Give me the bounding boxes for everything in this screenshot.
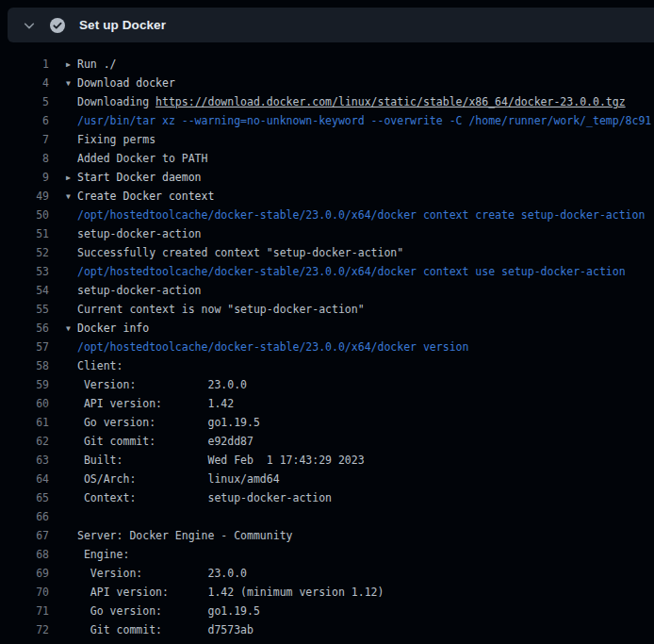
log-line: 51setup-docker-action bbox=[0, 224, 654, 243]
log-line: 58Client: bbox=[0, 356, 654, 375]
line-number[interactable]: 72 bbox=[0, 620, 49, 639]
line-number[interactable]: 1 bbox=[0, 55, 49, 74]
log-line: 62 Git commit: e92dd87 bbox=[0, 432, 654, 451]
line-number[interactable]: 8 bbox=[0, 149, 49, 168]
log-text: Successfully created context "setup-dock… bbox=[66, 243, 403, 262]
log-line: 1▶Run ./ bbox=[0, 55, 654, 74]
line-number[interactable]: 62 bbox=[0, 432, 49, 451]
line-number[interactable]: 7 bbox=[0, 130, 49, 149]
group-title: Create Docker context bbox=[77, 190, 214, 203]
line-number[interactable]: 58 bbox=[0, 356, 49, 375]
log-text: Fixing perms bbox=[66, 130, 155, 149]
log-line: 53/opt/hostedtoolcache/docker-stable/23.… bbox=[0, 262, 654, 281]
triangle-right-icon: ▶ bbox=[66, 169, 77, 188]
triangle-down-icon: ▼ bbox=[66, 188, 77, 206]
log-text: API version: 1.42 (minimum version 1.12) bbox=[66, 583, 384, 602]
group-toggle[interactable]: ▶Run ./ bbox=[66, 55, 117, 74]
collapse-step-button[interactable] bbox=[19, 15, 40, 36]
log-text: Server: Docker Engine - Community bbox=[66, 526, 292, 545]
line-number[interactable]: 53 bbox=[0, 262, 49, 281]
log-text: Added Docker to PATH bbox=[66, 149, 207, 168]
log-text: Git commit: d7573ab bbox=[66, 620, 253, 639]
group-toggle[interactable]: ▼Download docker bbox=[66, 74, 175, 92]
log-line: 72 Git commit: d7573ab bbox=[0, 620, 654, 639]
log-command: /usr/bin/tar xz --warning=no-unknown-key… bbox=[66, 111, 651, 130]
group-toggle[interactable]: ▶Start Docker daemon bbox=[66, 168, 202, 187]
chevron-down-icon bbox=[23, 19, 36, 32]
line-number[interactable]: 65 bbox=[0, 488, 49, 507]
line-number[interactable]: 71 bbox=[0, 602, 49, 620]
log-line: 69 Version: 23.0.0 bbox=[0, 564, 654, 583]
line-number[interactable]: 56 bbox=[0, 319, 49, 338]
log-text: Built: Wed Feb 1 17:43:29 2023 bbox=[66, 451, 365, 470]
group-title: Run ./ bbox=[77, 58, 117, 71]
log-text: Context: setup-docker-action bbox=[66, 488, 332, 507]
step-success-check-icon bbox=[49, 17, 66, 34]
log-line: 59 Version: 23.0.0 bbox=[0, 375, 654, 394]
line-number[interactable]: 68 bbox=[0, 545, 49, 564]
log-line: 8Added Docker to PATH bbox=[0, 149, 654, 168]
group-title: Start Docker daemon bbox=[77, 171, 202, 184]
log-line: 4▼Download docker bbox=[0, 74, 654, 92]
log-text: setup-docker-action bbox=[66, 224, 202, 243]
line-number[interactable]: 59 bbox=[0, 375, 49, 394]
line-number[interactable]: 69 bbox=[0, 564, 49, 583]
line-number[interactable]: 4 bbox=[0, 74, 49, 92]
log-line: 64 OS/Arch: linux/amd64 bbox=[0, 470, 654, 488]
line-number[interactable]: 5 bbox=[0, 92, 49, 111]
line-number[interactable]: 61 bbox=[0, 413, 49, 432]
log-text: Go version: go1.19.5 bbox=[66, 413, 260, 432]
log-text: Client: bbox=[66, 356, 123, 375]
line-number[interactable]: 52 bbox=[0, 243, 49, 262]
line-number[interactable]: 49 bbox=[0, 187, 49, 206]
group-title: Docker info bbox=[77, 322, 149, 335]
line-number[interactable]: 63 bbox=[0, 451, 49, 470]
line-number[interactable]: 6 bbox=[0, 111, 49, 130]
log-link[interactable]: https://download.docker.com/linux/static… bbox=[155, 95, 626, 108]
log-line: 70 API version: 1.42 (minimum version 1.… bbox=[0, 583, 654, 602]
line-number[interactable]: 9 bbox=[0, 168, 49, 187]
log-text: Git commit: e92dd87 bbox=[66, 432, 253, 451]
group-title: Download docker bbox=[77, 76, 175, 90]
line-number[interactable]: 70 bbox=[0, 583, 49, 602]
line-number[interactable]: 66 bbox=[0, 507, 49, 526]
line-number[interactable]: 64 bbox=[0, 470, 49, 488]
log-line: 50/opt/hostedtoolcache/docker-stable/23.… bbox=[0, 206, 654, 224]
log-text bbox=[66, 507, 77, 526]
log-line: 7Fixing perms bbox=[0, 130, 654, 149]
triangle-right-icon: ▶ bbox=[66, 56, 77, 74]
log-line: 54setup-docker-action bbox=[0, 281, 654, 300]
log-line: 57/opt/hostedtoolcache/docker-stable/23.… bbox=[0, 338, 654, 356]
log-line: 9▶Start Docker daemon bbox=[0, 168, 654, 187]
log-line: 61 Go version: go1.19.5 bbox=[0, 413, 654, 432]
log-text: Version: 23.0.0 bbox=[66, 564, 247, 583]
log-viewer: 1▶Run ./4▼Download docker5Downloading ht… bbox=[0, 42, 654, 644]
log-command: /opt/hostedtoolcache/docker-stable/23.0.… bbox=[66, 262, 626, 281]
log-text: setup-docker-action bbox=[66, 281, 202, 300]
log-text: Current context is now "setup-docker-act… bbox=[66, 300, 365, 319]
log-line: 52Successfully created context "setup-do… bbox=[0, 243, 654, 262]
line-number[interactable]: 51 bbox=[0, 224, 49, 243]
triangle-down-icon: ▼ bbox=[66, 74, 77, 93]
group-toggle[interactable]: ▼Create Docker context bbox=[66, 187, 214, 206]
line-number[interactable]: 67 bbox=[0, 526, 49, 545]
log-text: Downloading https://download.docker.com/… bbox=[66, 92, 626, 111]
line-number[interactable]: 60 bbox=[0, 394, 49, 413]
log-line: 6/usr/bin/tar xz --warning=no-unknown-ke… bbox=[0, 111, 654, 130]
log-command: /opt/hostedtoolcache/docker-stable/23.0.… bbox=[66, 206, 645, 224]
log-line: 71 Go version: go1.19.5 bbox=[0, 602, 654, 620]
log-line: 66 bbox=[0, 507, 654, 526]
line-number[interactable]: 57 bbox=[0, 338, 49, 356]
line-number[interactable]: 50 bbox=[0, 206, 49, 224]
log-line: 67Server: Docker Engine - Community bbox=[0, 526, 654, 545]
log-line: 56▼Docker info bbox=[0, 319, 654, 338]
triangle-down-icon: ▼ bbox=[66, 320, 77, 339]
group-toggle[interactable]: ▼Docker info bbox=[66, 319, 149, 338]
line-number[interactable]: 54 bbox=[0, 281, 49, 300]
log-text: OS/Arch: linux/amd64 bbox=[66, 470, 280, 488]
line-number[interactable]: 55 bbox=[0, 300, 49, 319]
log-command: /opt/hostedtoolcache/docker-stable/23.0.… bbox=[66, 338, 468, 356]
step-title: Set up Docker bbox=[79, 18, 166, 32]
log-text: Version: 23.0.0 bbox=[66, 375, 247, 394]
log-line: 5Downloading https://download.docker.com… bbox=[0, 92, 654, 111]
